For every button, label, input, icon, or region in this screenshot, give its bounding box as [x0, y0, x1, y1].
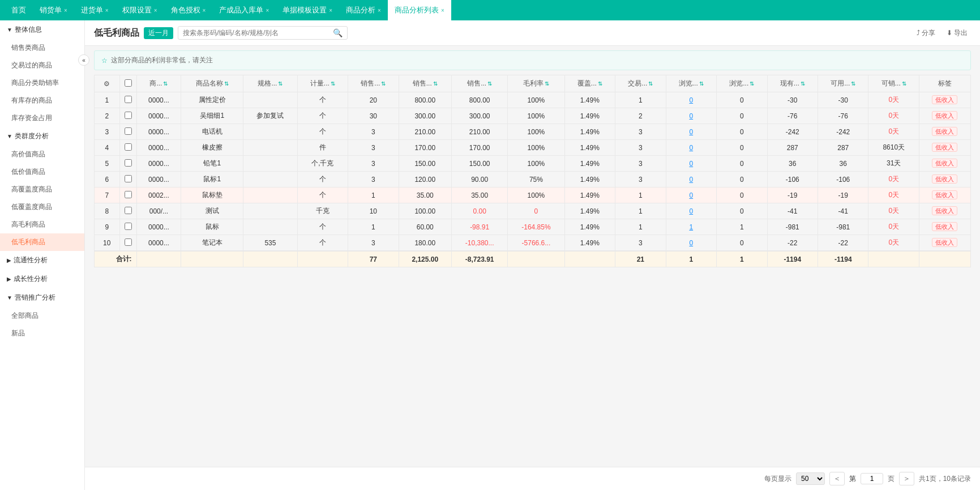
cell-view1[interactable]: 0 [666, 92, 716, 108]
col-coverage[interactable]: 覆盖...⇅ [564, 75, 615, 92]
sidebar-item-stocked[interactable]: 有库存的商品 [0, 92, 84, 109]
nav-item-home[interactable]: 首页 [5, 0, 33, 20]
row-checkbox[interactable] [125, 143, 132, 151]
cell-checkbox[interactable] [119, 235, 136, 252]
sidebar-item-all-products[interactable]: 全部商品 [0, 307, 84, 325]
sidebar-item-capital[interactable]: 库存资金占用 [0, 109, 84, 127]
nav-item-analysis-list[interactable]: 商品分析列表 × [388, 0, 451, 20]
col-tag[interactable]: 标签 [919, 75, 970, 92]
select-all-checkbox[interactable] [125, 79, 132, 87]
sidebar-item-high-margin[interactable]: 高毛利商品 [0, 216, 84, 233]
search-input[interactable] [183, 29, 333, 37]
nav-item-sales[interactable]: 销货单 × [33, 0, 74, 20]
export-button[interactable]: ⬇ 导出 [943, 27, 971, 40]
col-code[interactable]: 商...⇅ [136, 75, 181, 92]
view1-link[interactable]: 1 [689, 223, 693, 231]
col-sales-profit[interactable]: 销售...⇅ [451, 75, 507, 92]
sidebar-group-marketing[interactable]: ▼ 营销推广分析 [0, 288, 84, 307]
row-checkbox[interactable] [125, 175, 132, 182]
nav-close-product-entry[interactable]: × [266, 7, 269, 14]
row-checkbox[interactable] [125, 96, 132, 103]
nav-item-template[interactable]: 单据模板设置 × [276, 0, 339, 20]
cell-view1[interactable]: 0 [666, 108, 716, 124]
time-filter-button[interactable]: 近一月 [144, 27, 173, 39]
nav-close-product-analysis[interactable]: × [378, 7, 381, 14]
row-checkbox[interactable] [125, 112, 132, 119]
view1-link[interactable]: 0 [689, 207, 693, 215]
cell-checkbox[interactable] [119, 156, 136, 172]
col-transaction[interactable]: 交易...⇅ [615, 75, 666, 92]
nav-close-analysis-list[interactable]: × [441, 7, 444, 14]
sidebar-item-new-products[interactable]: 新品 [0, 325, 84, 342]
cell-view1[interactable]: 0 [666, 156, 716, 172]
cell-checkbox[interactable] [119, 203, 136, 219]
col-saleable[interactable]: 可销...⇅ [868, 75, 919, 92]
view1-link[interactable]: 0 [689, 176, 693, 184]
cell-checkbox[interactable] [119, 108, 136, 124]
sidebar-item-sales-products[interactable]: 销售类商品 [0, 39, 84, 57]
nav-item-product-analysis[interactable]: 商品分析 × [339, 0, 388, 20]
share-button[interactable]: ⤴ 分享 [913, 27, 939, 40]
sidebar-group-growth[interactable]: ▶ 成长性分析 [0, 270, 84, 288]
nav-close-permissions[interactable]: × [154, 7, 157, 14]
nav-item-permissions[interactable]: 权限设置 × [115, 0, 164, 20]
sidebar-item-low-coverage[interactable]: 低覆盖度商品 [0, 198, 84, 216]
row-checkbox[interactable] [125, 191, 132, 198]
cell-view1[interactable]: 0 [666, 124, 716, 140]
sidebar-item-category-rate[interactable]: 商品分类助销率 [0, 74, 84, 92]
row-checkbox[interactable] [125, 238, 132, 246]
col-settings[interactable]: ⚙ [95, 75, 120, 92]
col-unit[interactable]: 计量...⇅ [297, 75, 348, 92]
cell-checkbox[interactable] [119, 92, 136, 108]
col-spec[interactable]: 规格...⇅ [243, 75, 297, 92]
col-view1[interactable]: 浏览...⇅ [666, 75, 716, 92]
row-checkbox[interactable] [125, 223, 132, 230]
sidebar-group-overall[interactable]: ▼ 整体信息 [0, 20, 84, 39]
sidebar-group-cluster[interactable]: ▼ 类群度分析 [0, 127, 84, 146]
cell-view1[interactable]: 0 [666, 172, 716, 188]
cell-checkbox[interactable] [119, 124, 136, 140]
nav-close-template[interactable]: × [329, 7, 332, 14]
page-number-input[interactable] [861, 473, 883, 484]
cell-checkbox[interactable] [119, 188, 136, 203]
col-available[interactable]: 可用...⇅ [818, 75, 868, 92]
next-page-button[interactable]: ＞ [899, 472, 914, 485]
nav-item-roles[interactable]: 角色授权 × [164, 0, 213, 20]
sidebar-item-high-value[interactable]: 高价值商品 [0, 146, 84, 163]
nav-item-product-entry[interactable]: 产成品入库单 × [212, 0, 276, 20]
search-icon[interactable]: 🔍 [333, 28, 343, 37]
view1-link[interactable]: 0 [689, 191, 693, 199]
nav-close-purchase[interactable]: × [105, 7, 109, 14]
sidebar-item-traded-products[interactable]: 交易过的商品 [0, 57, 84, 74]
view1-link[interactable]: 0 [689, 160, 693, 168]
per-page-select[interactable]: 50 100 200 [796, 472, 825, 485]
sidebar-group-flow[interactable]: ▶ 流通性分析 [0, 251, 84, 270]
cell-view1[interactable]: 0 [666, 235, 716, 252]
cell-view1[interactable]: 0 [666, 140, 716, 156]
cell-checkbox[interactable] [119, 140, 136, 156]
view1-link[interactable]: 0 [689, 128, 693, 136]
col-name[interactable]: 商品名称⇅ [181, 75, 243, 92]
row-checkbox[interactable] [125, 127, 132, 135]
view1-link[interactable]: 0 [689, 112, 693, 120]
view1-link[interactable]: 0 [689, 96, 693, 104]
sidebar-item-low-value[interactable]: 低价值商品 [0, 163, 84, 181]
row-checkbox[interactable] [125, 159, 132, 167]
col-sales-amount[interactable]: 销售...⇅ [399, 75, 451, 92]
view1-link[interactable]: 0 [689, 239, 693, 247]
col-checkbox[interactable] [119, 75, 136, 92]
cell-view1[interactable]: 0 [666, 188, 716, 203]
nav-close-roles[interactable]: × [203, 7, 206, 14]
sidebar-collapse-button[interactable]: « [78, 54, 89, 66]
nav-close-sales[interactable]: × [64, 7, 67, 14]
sidebar-item-low-margin[interactable]: 低毛利商品 [0, 233, 84, 251]
col-current-stock[interactable]: 现有...⇅ [767, 75, 818, 92]
view1-link[interactable]: 0 [689, 144, 693, 152]
cell-checkbox[interactable] [119, 219, 136, 235]
cell-checkbox[interactable] [119, 172, 136, 188]
col-gross-margin[interactable]: 毛利率⇅ [508, 75, 564, 92]
col-view2[interactable]: 浏览...⇅ [717, 75, 767, 92]
sidebar-item-high-coverage[interactable]: 高覆盖度商品 [0, 181, 84, 198]
cell-view1[interactable]: 1 [666, 219, 716, 235]
nav-item-purchase[interactable]: 进货单 × [74, 0, 115, 20]
